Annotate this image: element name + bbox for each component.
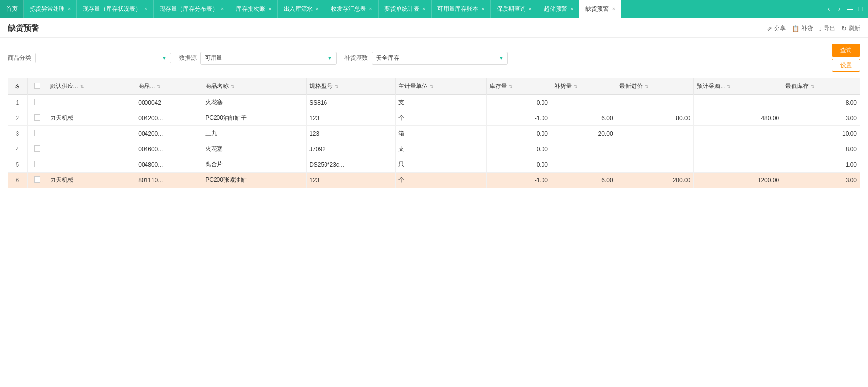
row-checkbox-1[interactable] — [34, 114, 40, 121]
tab-scroll-left[interactable]: ‹ — [823, 3, 834, 14]
query-button[interactable]: 查询 — [832, 44, 860, 57]
cell-goods-code-3: 004600... — [135, 141, 202, 157]
tab-close-shortage[interactable]: × — [612, 6, 615, 12]
th-goods-code-label: 商品... — [138, 82, 155, 90]
refresh-icon: ↻ — [841, 25, 847, 32]
cell-min-stock-5: 3.00 — [782, 173, 860, 188]
datasource-arrow-icon: ▼ — [327, 55, 332, 61]
cell-stock-5: -1.00 — [486, 173, 551, 188]
tab-close-batch-ledger[interactable]: × — [268, 6, 271, 12]
tab-receipt-summary[interactable]: 收发存汇总表 × — [325, 0, 378, 18]
sort-icon-stock: ⇅ — [509, 84, 513, 89]
sort-icon-unit: ⇅ — [430, 84, 434, 89]
tab-picking[interactable]: 拣货异常处理 × — [24, 0, 77, 18]
th-settings[interactable]: ⚙ — [8, 78, 27, 95]
share-button[interactable]: ⇗ 分享 — [767, 24, 786, 33]
cell-spec-0: SS816 — [307, 95, 396, 110]
th-sort-goods-code[interactable]: 商品... ⇅ — [138, 82, 199, 90]
tab-maximize[interactable]: □ — [855, 3, 866, 14]
select-all-checkbox[interactable] — [34, 83, 40, 89]
row-checkbox-0[interactable] — [34, 99, 40, 105]
tab-close-inventory-dist[interactable]: × — [221, 6, 224, 12]
cell-cb-3 — [27, 141, 47, 157]
category-filter-group: 商品分类 ▼ — [8, 53, 171, 63]
th-latest-price-label: 最新进价 — [619, 82, 643, 90]
restock-base-select[interactable]: 安全库存 ▼ — [372, 52, 508, 65]
filter-actions: 查询 设置 — [832, 44, 860, 72]
sort-icon-spec: ⇅ — [335, 84, 339, 89]
cell-unit-5: 个 — [396, 173, 486, 188]
tab-shortage[interactable]: 缺货预警 × — [579, 0, 621, 18]
th-sort-stock[interactable]: 库存量 ⇅ — [489, 82, 548, 90]
row-checkbox-3[interactable] — [34, 145, 40, 152]
tab-close-expiry[interactable]: × — [529, 6, 532, 12]
tab-inventory-dist[interactable]: 现存量（库存分布表） × — [154, 0, 230, 18]
tab-scroll-right[interactable]: › — [834, 3, 845, 14]
cell-stock-0: 0.00 — [486, 95, 551, 110]
cell-est-purchase-0 — [694, 95, 782, 110]
cell-est-purchase-3 — [694, 141, 782, 157]
tab-overstock[interactable]: 超储预警 × — [538, 0, 579, 18]
tab-close-available-ledger[interactable]: × — [481, 6, 484, 12]
th-sort-restock[interactable]: 补货量 ⇅ — [554, 82, 613, 90]
tab-expiry[interactable]: 保质期查询 × — [491, 0, 538, 18]
restock-base-arrow-icon: ▼ — [499, 55, 504, 61]
cell-stock-1: -1.00 — [486, 110, 551, 126]
cell-unit-0: 支 — [396, 95, 486, 110]
tab-minimize[interactable]: — — [845, 3, 855, 14]
th-sort-latest-price[interactable]: 最新进价 ⇅ — [619, 82, 691, 90]
cell-restock-2: 20.00 — [551, 126, 616, 141]
cell-stock-3: 0.00 — [486, 141, 551, 157]
refresh-button[interactable]: ↻ 刷新 — [841, 24, 860, 33]
page-header: 缺货预警 ⇗ 分享 📋 补货 ↓ 导出 ↻ 刷新 — [0, 18, 868, 38]
settings-button[interactable]: 设置 — [832, 59, 860, 72]
th-sort-est-purchase[interactable]: 预计采购... ⇅ — [697, 82, 779, 90]
cell-est-purchase-5: 1200.00 — [694, 173, 782, 188]
table-row: 4 004600... 火花塞 J7092 支 0.00 8.00 — [8, 141, 860, 157]
tab-home[interactable]: 首页 — [0, 0, 24, 18]
restock-base-value: 安全库存 — [376, 54, 399, 62]
tab-close-picking[interactable]: × — [68, 6, 71, 12]
cell-min-stock-3: 8.00 — [782, 141, 860, 157]
row-checkbox-5[interactable] — [34, 176, 40, 183]
gear-icon[interactable]: ⚙ — [15, 83, 20, 90]
category-select[interactable]: ▼ — [35, 53, 171, 63]
share-icon: ⇗ — [767, 25, 772, 32]
tab-close-inventory-status[interactable]: × — [144, 6, 147, 12]
th-sort-goods-name[interactable]: 商品名称 ⇅ — [205, 82, 303, 90]
th-sort-min-stock[interactable]: 最低库存 ⇅ — [785, 82, 857, 90]
tab-inventory-status[interactable]: 现存量（库存状况表） × — [77, 0, 153, 18]
cell-latest-price-5: 200.00 — [616, 173, 694, 188]
th-min-stock: 最低库存 ⇅ — [782, 78, 860, 95]
cell-goods-name-1: PC200油缸缸子 — [202, 110, 307, 126]
tab-inout-flow[interactable]: 出入库流水 × — [278, 0, 325, 18]
tab-close-receipt-summary[interactable]: × — [369, 6, 372, 12]
tab-close-inout-flow[interactable]: × — [316, 6, 319, 12]
datasource-select[interactable]: 可用量 ▼ — [200, 52, 337, 65]
th-restock: 补货量 ⇅ — [551, 78, 616, 95]
th-sort-spec[interactable]: 规格型号 ⇅ — [309, 82, 392, 90]
cell-latest-price-1: 80.00 — [616, 110, 694, 126]
cell-stock-4: 0.00 — [486, 157, 551, 173]
export-button[interactable]: ↓ 导出 — [819, 24, 836, 33]
tab-order-stats[interactable]: 要货单统计表 × — [379, 0, 432, 18]
cell-supplier-0 — [47, 95, 135, 110]
th-sort-supplier[interactable]: 默认供应... ⇅ — [50, 82, 132, 90]
cell-min-stock-1: 3.00 — [782, 110, 860, 126]
restock-button[interactable]: 📋 补货 — [792, 24, 813, 33]
tab-batch-ledger[interactable]: 库存批次账 × — [230, 0, 277, 18]
row-checkbox-2[interactable] — [34, 130, 40, 136]
cell-goods-code-4: 004800... — [135, 157, 202, 173]
th-supplier-label: 默认供应... — [50, 82, 78, 90]
cell-latest-price-3 — [616, 141, 694, 157]
cell-est-purchase-2 — [694, 126, 782, 141]
row-checkbox-4[interactable] — [34, 161, 40, 167]
page-title: 缺货预警 — [8, 23, 39, 34]
tab-close-overstock[interactable]: × — [570, 6, 573, 12]
tab-available-ledger[interactable]: 可用量库存账本 × — [432, 0, 490, 18]
th-sort-unit[interactable]: 主计量单位 ⇅ — [398, 82, 483, 90]
tab-close-order-stats[interactable]: × — [422, 6, 425, 12]
cell-goods-name-5: PC200张紧油缸 — [202, 173, 307, 188]
main-content: 缺货预警 ⇗ 分享 📋 补货 ↓ 导出 ↻ 刷新 商品分类 — [0, 18, 868, 387]
th-stock: 库存量 ⇅ — [486, 78, 551, 95]
